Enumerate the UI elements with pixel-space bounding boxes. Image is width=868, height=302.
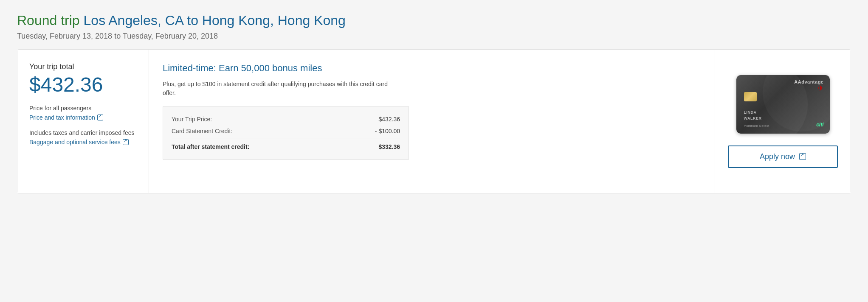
promo-row-total: Total after statement credit: $332.36 [172,139,400,153]
apply-now-button[interactable]: Apply now [728,145,838,168]
card-brand-text: AAdvantage [794,79,823,84]
passengers-label: Price for all passengers [29,105,137,112]
promo-row-trip-price: Your Trip Price: $432.36 [172,113,400,125]
route-title: Los Angeles, CA to Hong Kong, Hong Kong [84,13,346,28]
citi-logo: citi [816,122,823,128]
aa-eagle-icon: ✈ [794,84,823,92]
round-trip-label: Round trip [17,13,84,28]
baggage-fees-link[interactable]: Baggage and optional service fees [29,139,137,145]
price-tax-link[interactable]: Price and tax information [29,114,137,121]
apply-external-icon [799,153,806,160]
promo-title: Limited-time: Earn 50,000 bonus miles [163,62,701,75]
card-sub-label: Platinum Select [744,124,769,128]
statement-credit-label: Card Statement Credit: [172,128,232,134]
credit-card-image: AAdvantage ✈ LINDAWALKER Platinum Select… [736,75,830,134]
external-link-icon-2 [123,139,129,145]
page-header: Round trip Los Angeles, CA to Hong Kong,… [17,13,851,41]
trip-price-value: $432.36 [378,116,400,123]
total-value: $332.36 [378,143,400,150]
trip-price-label: Your Trip Price: [172,116,212,123]
promo-table: Your Trip Price: $432.36 Card Statement … [163,106,409,160]
card-chip [744,92,757,101]
page-subtitle: Tuesday, February 13, 2018 to Tuesday, F… [17,32,851,41]
total-label: Total after statement credit: [172,143,249,150]
cta-panel: AAdvantage ✈ LINDAWALKER Platinum Select… [715,50,851,193]
promo-description: Plus, get up to $100 in statement credit… [163,80,400,98]
promo-row-statement-credit: Card Statement Credit: - $100.00 [172,125,400,137]
trip-total-amount: $432.36 [29,73,137,96]
apply-now-label: Apply now [760,152,795,161]
statement-credit-value: - $100.00 [375,128,400,134]
promo-panel: Limited-time: Earn 50,000 bonus miles Pl… [149,50,715,193]
external-link-icon [97,115,103,120]
fees-label: Includes taxes and carrier imposed fees [29,129,137,136]
trip-total-label: Your trip total [29,62,137,71]
card-holder-name: LINDAWALKER [744,109,762,122]
card-brand: AAdvantage ✈ [794,79,823,92]
page-title: Round trip Los Angeles, CA to Hong Kong,… [17,13,851,28]
main-card: Your trip total $432.36 Price for all pa… [17,49,851,193]
trip-total-panel: Your trip total $432.36 Price for all pa… [17,50,149,193]
